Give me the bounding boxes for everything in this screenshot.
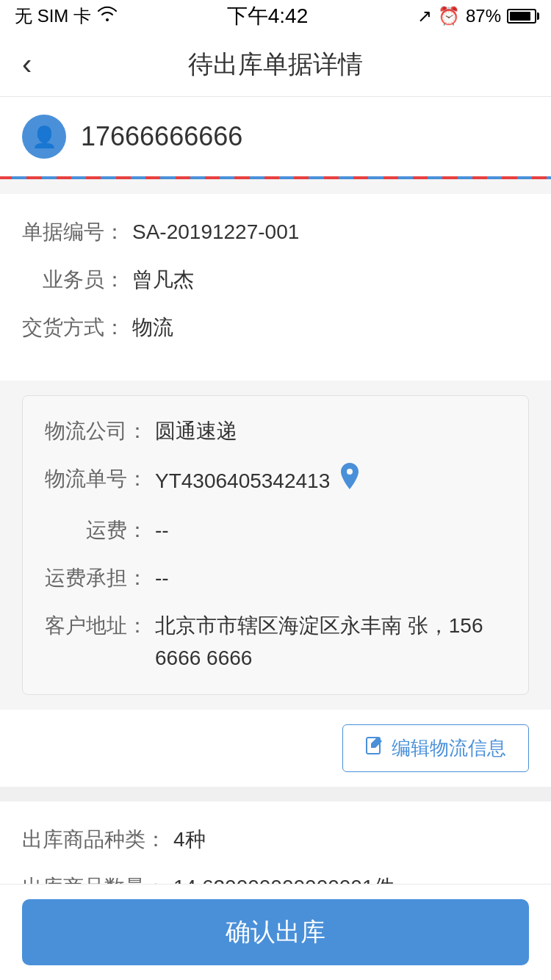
location-status-icon: ↗ [417,6,432,26]
carrier-text: 无 SIM 卡 [15,4,91,28]
tracking-value: YT4306405342413 [155,463,506,500]
freight-row: 运费： -- [45,514,506,547]
goods-types-row: 出库商品种类： 4种 [22,824,529,857]
edit-btn-row: 编辑物流信息 [0,710,551,787]
section-divider [0,787,551,801]
edit-icon [365,736,384,760]
freight-bearer-row: 运费承担： -- [45,562,506,595]
confirm-btn-label: 确认出库 [226,915,325,949]
battery-icon [507,9,536,24]
freight-value: -- [155,514,506,547]
customer-header: 👤 17666666666 [0,97,551,179]
order-number-row: 单据编号： SA-20191227-001 [22,216,529,249]
status-bar: 无 SIM 卡 下午4:42 ↗ ⏰ 87% [0,0,551,32]
logistics-card: 物流公司： 圆通速递 物流单号： YT4306405342413 运费： -- … [22,395,529,695]
battery-percent: 87% [466,6,501,26]
map-pin-icon[interactable] [339,463,361,500]
address-row: 客户地址： 北京市市辖区海淀区永丰南 张，156 6666 6666 [45,610,506,676]
freight-bearer-value: -- [155,562,506,595]
order-number-label: 单据编号： [22,216,125,249]
alarm-icon: ⏰ [438,6,460,26]
delivery-value: 物流 [132,311,529,345]
freight-label: 运费： [45,514,148,547]
tracking-number: YT4306405342413 [155,465,330,498]
logistics-company-row: 物流公司： 圆通速递 [45,415,506,448]
nav-bar: ‹ 待出库单据详情 [0,32,551,97]
confirm-button[interactable]: 确认出库 [22,899,529,965]
edit-btn-label: 编辑物流信息 [392,735,506,761]
logistics-company-label: 物流公司： [45,415,148,448]
salesman-label: 业务员： [22,264,125,297]
nav-title: 待出库单据详情 [188,48,363,82]
customer-phone: 17666666666 [81,121,242,152]
edit-logistics-button[interactable]: 编辑物流信息 [342,724,529,772]
wifi-icon [97,6,118,26]
status-right: ↗ ⏰ 87% [417,6,536,26]
order-number-value: SA-20191227-001 [132,216,529,249]
goods-types-value: 4种 [173,824,206,857]
status-left: 无 SIM 卡 [15,4,118,28]
delivery-label: 交货方式： [22,311,125,345]
back-button[interactable]: ‹ [22,48,66,81]
tracking-label: 物流单号： [45,463,148,496]
salesman-value: 曾凡杰 [132,264,529,297]
address-value: 北京市市辖区海淀区永丰南 张，156 6666 6666 [155,610,506,676]
goods-types-label: 出库商品种类： [22,824,166,857]
confirm-btn-wrap: 确认出库 [0,884,551,980]
avatar: 👤 [22,115,66,159]
address-label: 客户地址： [45,610,148,643]
freight-bearer-label: 运费承担： [45,562,148,595]
status-time: 下午4:42 [227,2,309,30]
delivery-row: 交货方式： 物流 [22,311,529,345]
logistics-company-value: 圆通速递 [155,415,506,448]
order-info-section: 单据编号： SA-20191227-001 业务员： 曾凡杰 交货方式： 物流 [0,194,551,381]
tracking-row: 物流单号： YT4306405342413 [45,463,506,500]
salesman-row: 业务员： 曾凡杰 [22,264,529,297]
avatar-icon: 👤 [32,125,57,149]
